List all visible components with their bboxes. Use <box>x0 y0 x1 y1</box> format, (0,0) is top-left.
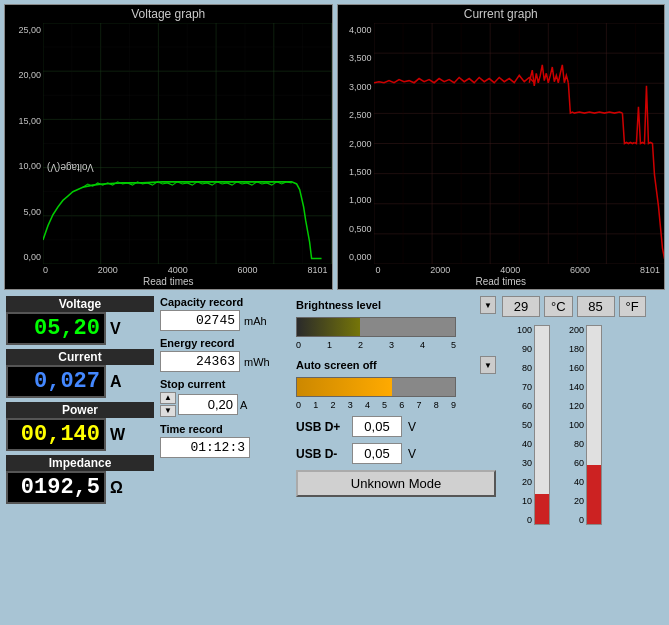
current-value-row: 0,027 A <box>6 365 154 398</box>
celsius-unit-btn[interactable]: °C <box>544 296 573 317</box>
thermometers-container: 100 90 80 70 60 50 40 30 20 10 0 <box>502 325 602 525</box>
stop-current-up-btn[interactable]: ▲ <box>160 392 176 404</box>
usb-dminus-label: USB D- <box>296 447 346 461</box>
energy-record-block: Energy record mWh <box>160 337 290 372</box>
celsius-value-input[interactable] <box>502 296 540 317</box>
usb-dminus-row: USB D- V <box>296 443 496 464</box>
power-unit: W <box>110 426 125 444</box>
energy-record-row: mWh <box>160 351 290 372</box>
fahrenheit-value-input[interactable] <box>577 296 615 317</box>
fahrenheit-tube <box>586 325 602 525</box>
celsius-thermometer: 100 90 80 70 60 50 40 30 20 10 0 <box>502 325 550 525</box>
current-x-axis: 0 2000 4000 6000 8101 <box>338 264 665 276</box>
brightness-dropdown-arrow[interactable]: ▼ <box>480 296 496 314</box>
current-y-axis: 4,000 3,500 3,000 2,500 2,000 1,500 1,00… <box>338 23 374 264</box>
voltage-svg <box>43 23 332 264</box>
time-record-input[interactable] <box>160 437 250 458</box>
energy-record-unit: mWh <box>244 356 270 368</box>
fahrenheit-fill <box>587 465 601 524</box>
stop-current-down-btn[interactable]: ▼ <box>160 405 176 417</box>
current-label: Current <box>6 349 154 365</box>
brightness-section: Brightness level ▼ 0 1 2 3 4 5 <box>296 296 496 350</box>
current-value: 0,027 <box>6 365 106 398</box>
capacity-record-input[interactable] <box>160 310 240 331</box>
right-center-panel: Brightness level ▼ 0 1 2 3 4 5 Au <box>296 296 496 619</box>
voltage-x-label: Read times <box>5 276 332 289</box>
celsius-fill <box>535 494 549 524</box>
unknown-mode-button[interactable]: Unknown Mode <box>296 470 496 497</box>
current-plot-area <box>374 23 665 264</box>
time-record-label: Time record <box>160 423 290 435</box>
power-value-row: 00,140 W <box>6 418 154 451</box>
current-x-label: Read times <box>338 276 665 289</box>
temp-header: °C °F <box>502 296 646 317</box>
fahrenheit-unit-btn[interactable]: °F <box>619 296 646 317</box>
auto-screen-track[interactable] <box>296 377 456 397</box>
power-block: Power 00,140 W <box>6 402 154 451</box>
voltage-value: 05,20 <box>6 312 106 345</box>
voltage-x-axis: 0 2000 4000 6000 8101 <box>5 264 332 276</box>
fahrenheit-thermometer: 200 180 160 140 120 100 80 60 40 20 0 <box>554 325 602 525</box>
capacity-record-unit: mAh <box>244 315 267 327</box>
brightness-track[interactable] <box>296 317 456 337</box>
stop-current-row: ▲ ▼ A <box>160 392 290 417</box>
auto-screen-dropdown-arrow[interactable]: ▼ <box>480 356 496 374</box>
impedance-label: Impedance <box>6 455 154 471</box>
auto-screen-scale: 0 1 2 3 4 5 6 7 8 9 <box>296 400 456 410</box>
stop-current-label: Stop current <box>160 378 290 390</box>
current-svg <box>374 23 665 264</box>
power-value: 00,140 <box>6 418 106 451</box>
voltage-graph-title: Voltage graph <box>5 5 332 23</box>
energy-record-label: Energy record <box>160 337 290 349</box>
capacity-record-row: mAh <box>160 310 290 331</box>
time-record-row <box>160 437 290 458</box>
impedance-value: 0192,5 <box>6 471 106 504</box>
measurements-panel: Voltage 05,20 V Current 0,027 A Power 00… <box>6 296 154 619</box>
stop-current-block: Stop current ▲ ▼ A <box>160 378 290 417</box>
auto-screen-section: Auto screen off ▼ 0 1 2 3 4 5 6 7 8 9 <box>296 356 496 410</box>
stop-current-unit: A <box>240 399 247 411</box>
voltage-block: Voltage 05,20 V <box>6 296 154 345</box>
voltage-plot-area <box>43 23 332 264</box>
fahrenheit-scale: 200 180 160 140 120 100 80 60 40 20 0 <box>554 325 584 525</box>
current-block: Current 0,027 A <box>6 349 154 398</box>
stop-current-spinner: ▲ ▼ <box>160 392 176 417</box>
voltage-y-label: Voltage(V) <box>25 124 36 171</box>
current-graph-title: Current graph <box>338 5 665 23</box>
usb-dplus-unit: V <box>408 420 416 434</box>
voltage-graph-container: Voltage graph 25,00 20,00 15,00 10,00 5,… <box>4 4 333 290</box>
impedance-unit: Ω <box>110 479 123 497</box>
stop-current-input[interactable] <box>178 394 238 415</box>
impedance-block: Impedance 0192,5 Ω <box>6 455 154 504</box>
brightness-label: Brightness level <box>296 299 381 311</box>
usb-dminus-input[interactable] <box>352 443 402 464</box>
middle-panel: Capacity record mAh Energy record mWh St… <box>160 296 290 619</box>
temperature-panel: °C °F 100 90 80 70 60 50 <box>502 296 646 619</box>
voltage-label: Voltage <box>6 296 154 312</box>
voltage-unit: V <box>110 320 121 338</box>
main-container: Voltage graph 25,00 20,00 15,00 10,00 5,… <box>0 0 669 625</box>
capacity-record-block: Capacity record mAh <box>160 296 290 331</box>
graphs-section: Voltage graph 25,00 20,00 15,00 10,00 5,… <box>0 0 669 290</box>
usb-dminus-unit: V <box>408 447 416 461</box>
current-graph-container: Current graph 4,000 3,500 3,000 2,500 2,… <box>337 4 666 290</box>
time-record-block: Time record <box>160 423 290 458</box>
impedance-value-row: 0192,5 Ω <box>6 471 154 504</box>
capacity-record-label: Capacity record <box>160 296 290 308</box>
power-label: Power <box>6 402 154 418</box>
energy-record-input[interactable] <box>160 351 240 372</box>
celsius-scale: 100 90 80 70 60 50 40 30 20 10 0 <box>502 325 532 525</box>
celsius-tube <box>534 325 550 525</box>
controls-section: Voltage 05,20 V Current 0,027 A Power 00… <box>0 290 669 625</box>
current-unit: A <box>110 373 122 391</box>
auto-screen-label: Auto screen off <box>296 359 377 371</box>
usb-dplus-row: USB D+ V <box>296 416 496 437</box>
brightness-scale: 0 1 2 3 4 5 <box>296 340 456 350</box>
voltage-value-row: 05,20 V <box>6 312 154 345</box>
usb-dplus-input[interactable] <box>352 416 402 437</box>
usb-dplus-label: USB D+ <box>296 420 346 434</box>
